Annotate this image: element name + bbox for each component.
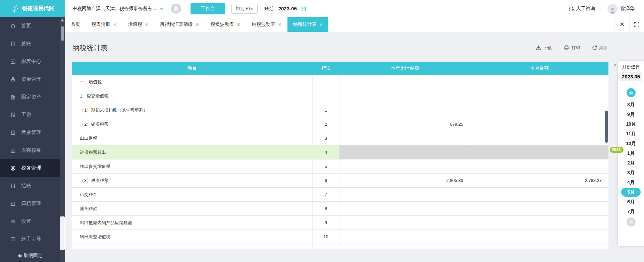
table-row[interactable]: 出口抵减内销产品应纳税额 9: [72, 216, 608, 230]
cell-line-number: 10: [313, 230, 339, 244]
period-value[interactable]: 2023-05: [278, 6, 297, 11]
tab-close-icon[interactable]: ✕: [145, 22, 149, 27]
sidebar-item-inventory[interactable]: 库存核算: [0, 141, 60, 159]
column-header: 项目: [72, 62, 313, 75]
fixed-assets-icon: [10, 94, 16, 100]
sidebar-item-home[interactable]: 首页: [0, 17, 60, 35]
cell-month-amount: [470, 188, 608, 201]
cell-ytd-amount: [339, 131, 470, 145]
sidebar-item-invoice[interactable]: 发票管理: [0, 124, 60, 141]
month-item[interactable]: 7月: [618, 207, 644, 216]
sidebar-item-fixed-assets[interactable]: 固定资产: [0, 88, 60, 106]
month-item[interactable]: 9月: [618, 110, 644, 119]
download-button[interactable]: 下载: [536, 45, 552, 51]
scroll-down-button[interactable]: [60, 216, 65, 250]
cell-month-amount: [470, 145, 608, 159]
tab-tax-form-register[interactable]: 税表清册 ✕: [86, 17, 122, 32]
tab-close-icon[interactable]: ✕: [237, 22, 240, 27]
sidebar-item-funds[interactable]: 资金管理: [0, 70, 60, 88]
cell-month-amount: 2,783.27: [470, 174, 608, 187]
archive-icon: [10, 200, 16, 207]
app-logo[interactable]: 畅捷通易代账: [0, 0, 65, 17]
double-chevron-up-icon: [629, 91, 633, 95]
table-row[interactable]: 出口退税 3: [72, 131, 608, 145]
main-content: 首页 税表清册 ✕ 增值税 ✕ 所得税汇算清缴 ✕ 税负波动表 ✕ 纳税波动表 …: [65, 17, 644, 262]
tab-close-icon[interactable]: ✕: [113, 22, 117, 27]
double-chevron-down-icon: [629, 220, 633, 224]
table-row[interactable]: 1、应交增值税: [72, 89, 608, 103]
table-row[interactable]: 进项税额转出 4: [72, 145, 608, 159]
cell-line-number: [313, 75, 339, 89]
table-row[interactable]: （2）销项税额 2 679.25: [72, 117, 608, 131]
inventory-icon: [10, 147, 16, 153]
tab-income-tax-settlement[interactable]: 所得税汇算清缴 ✕: [154, 17, 205, 32]
tab-tax-payment-statistics[interactable]: 纳税统计表 ✕: [287, 17, 329, 32]
cell-line-number: [313, 89, 339, 103]
tab-tax-payment-fluctuation[interactable]: 纳税波动表 ✕: [246, 17, 287, 32]
company-selector[interactable]: 中税网通广泽（天津）税务师事务所有...: [72, 6, 164, 12]
clipboard-badge-icon[interactable]: [171, 4, 181, 14]
logo-text: 畅捷通易代账: [22, 5, 54, 12]
table-row[interactable]: 一、增值税: [72, 75, 608, 89]
month-item[interactable]: 4月: [618, 178, 644, 187]
tab-label: 首页: [71, 21, 80, 27]
cell-project: （3）进项税额: [72, 174, 313, 187]
tab-tax-burden-fluctuation[interactable]: 税负波动表 ✕: [205, 17, 246, 32]
scroll-months-down-button[interactable]: [627, 217, 636, 226]
sidebar-scrollbar[interactable]: [60, 17, 65, 262]
table-row[interactable]: 减免税款 8: [72, 202, 608, 216]
tab-list: 首页 税表清册 ✕ 增值税 ✕ 所得税汇算清缴 ✕ 税负波动表 ✕ 纳税波动表 …: [65, 17, 328, 32]
sidebar-item-guide[interactable]: 新手引导: [0, 230, 60, 248]
month-item[interactable]: 11月: [618, 129, 644, 139]
table-row[interactable]: （3）进项税额 6 2,805.33 2,783.27: [72, 174, 608, 188]
cell-project: （1）期初未抵扣数（以“-”号填列）: [72, 103, 313, 117]
month-item[interactable]: 10月: [618, 119, 644, 129]
unpin-sidebar-button[interactable]: 取消固定: [0, 251, 60, 261]
support-link[interactable]: 人工咨询: [568, 6, 595, 12]
table-row[interactable]: [72, 244, 608, 249]
sidebar-item-archive[interactable]: 归档管理: [0, 195, 60, 212]
tab-close-icon[interactable]: ✕: [278, 22, 282, 27]
month-item[interactable]: 6月: [618, 197, 644, 207]
scroll-months-up-button[interactable]: [627, 88, 636, 97]
sidebar-item-settings[interactable]: 设置: [0, 212, 60, 230]
table-scrollbar-thumb[interactable]: [605, 111, 608, 143]
tab-close-icon[interactable]: ✕: [319, 22, 323, 27]
workbench-button[interactable]: 工作台: [191, 3, 225, 14]
month-item[interactable]: 5月: [621, 188, 641, 197]
sidebar-item-closing[interactable]: 结账: [0, 177, 60, 195]
table-row[interactable]: （1）期初未抵扣数（以“-”号填列） 1: [72, 103, 608, 117]
month-item[interactable]: 3月: [618, 168, 644, 178]
calendar-icon[interactable]: [300, 6, 306, 12]
table-row[interactable]: 转出未交增值税 10: [72, 230, 608, 244]
cell-line-number: 6: [313, 174, 339, 187]
scroll-up-arrow-icon[interactable]: [61, 19, 64, 21]
switch-old-version-button[interactable]: 切到旧版: [231, 4, 258, 14]
sidebar-item-report-center[interactable]: 报表中心: [0, 53, 60, 70]
page-title: 纳税统计表: [72, 43, 108, 53]
tab-vat[interactable]: 增值税 ✕: [122, 17, 154, 32]
month-item[interactable]: 2月: [618, 158, 644, 168]
month-selector-panel: 月份选择 2023.05 2023 8月9月10月11月12月1月2月3月4月5…: [618, 61, 644, 246]
tab-close-icon[interactable]: ✕: [196, 22, 199, 27]
table-header-row: 项目行次本年累计金额本月金额: [72, 62, 608, 75]
tab-home[interactable]: 首页: [65, 17, 86, 32]
sidebar-item-payroll[interactable]: 工资: [0, 106, 60, 124]
scrollbar-thumb[interactable]: [61, 26, 64, 41]
cell-ytd-amount: 2,805.33: [339, 174, 470, 187]
month-item[interactable]: 8月: [618, 100, 644, 110]
table-row[interactable]: 已交税金 7: [72, 188, 608, 202]
cell-project: （2）销项税额: [72, 117, 313, 131]
refresh-button[interactable]: 刷新: [592, 45, 608, 51]
sidebar-item-general-ledger[interactable]: 总账: [0, 35, 60, 53]
cell-line-number: 9: [313, 216, 339, 230]
sidebar-item-tax[interactable]: 税 税务管理: [0, 159, 60, 177]
print-button[interactable]: 打印: [564, 45, 580, 51]
close-all-tabs-button[interactable]: ✕: [614, 17, 629, 32]
user-menu[interactable]: 徐泽华: [607, 4, 635, 14]
collapse-month-panel-icon[interactable]: »: [613, 62, 616, 67]
tab-label: 纳税统计表: [293, 21, 317, 27]
download-label: 下载: [543, 45, 552, 51]
fullscreen-button[interactable]: [629, 17, 644, 32]
table-row[interactable]: 转出多交增值税 5: [72, 159, 608, 174]
